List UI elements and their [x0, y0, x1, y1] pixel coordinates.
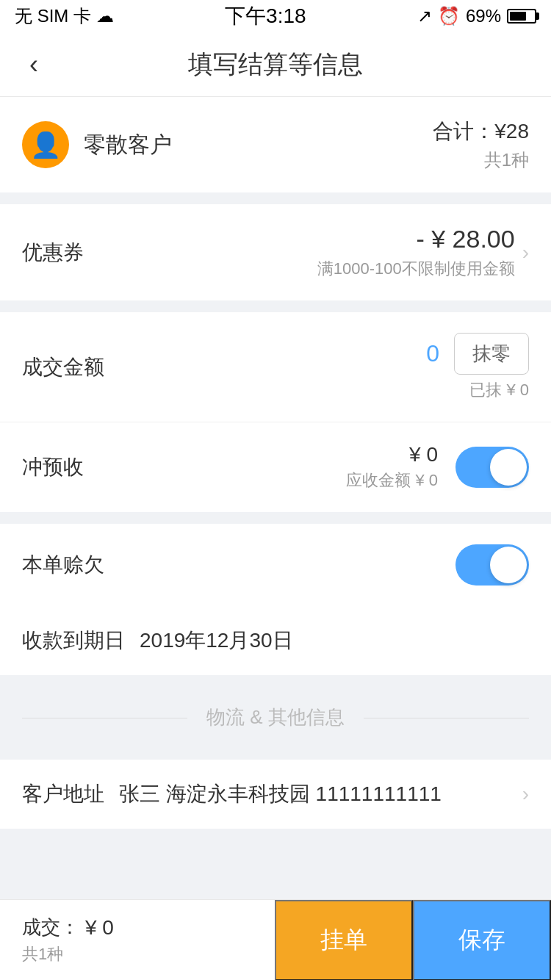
prepay-label: 冲预收 — [22, 453, 84, 481]
debt-toggle[interactable] — [455, 544, 529, 586]
deal-value[interactable]: 0 — [426, 340, 439, 367]
coupon-desc: 满1000-100不限制使用金额 — [317, 258, 515, 280]
coupon-section[interactable]: 优惠券 - ¥ 28.00 满1000-100不限制使用金额 › — [0, 204, 551, 300]
alarm-icon: ⏰ — [438, 6, 460, 26]
address-section[interactable]: 客户地址 张三 海淀永丰科技园 11111111111 › — [0, 760, 551, 829]
coupon-right: - ¥ 28.00 满1000-100不限制使用金额 › — [317, 225, 529, 280]
sim-label: 无 SIM 卡 ☁ — [15, 4, 114, 28]
deal-right: 0 抹零 — [426, 333, 529, 375]
status-right: ↗ ⏰ 69% — [417, 6, 536, 26]
hold-button[interactable]: 挂单 — [275, 900, 413, 981]
battery-percent: 69% — [466, 6, 501, 26]
toggle-thumb-debt — [490, 547, 527, 583]
status-bar: 无 SIM 卡 ☁ 下午3:18 ↗ ⏰ 69% — [0, 0, 551, 32]
bottom-deal-amount: ¥ 0 — [85, 916, 114, 940]
deal-right-block: 0 抹零 已抹 ¥ 0 — [426, 333, 529, 401]
prepay-info: ¥ 0 应收金额 ¥ 0 — [346, 443, 438, 491]
due-date-label: 收款到期日 — [22, 627, 125, 655]
bottom-count: 共1种 — [22, 943, 253, 965]
bottom-deal: 成交： ¥ 0 — [22, 915, 253, 940]
coupon-right-text: - ¥ 28.00 满1000-100不限制使用金额 — [317, 225, 515, 280]
address-label: 客户地址 — [22, 780, 104, 808]
due-date-value: 2019年12月30日 — [140, 627, 293, 655]
divider-label: 物流 & 其他信息 — [0, 687, 551, 748]
customer-name: 零散客户 — [84, 130, 172, 160]
prepay-right: ¥ 0 应收金额 ¥ 0 — [346, 443, 529, 491]
avatar-icon: 👤 — [30, 130, 61, 159]
round-button[interactable]: 抹零 — [454, 333, 529, 375]
avatar: 👤 — [22, 121, 69, 168]
customer-right: 合计：¥28 共1种 — [433, 118, 529, 172]
nav-bar: ‹ 填写结算等信息 — [0, 32, 551, 97]
gps-icon: ↗ — [417, 6, 432, 26]
back-button[interactable]: ‹ — [22, 42, 46, 87]
deal-left-block: 成交金额 — [22, 353, 104, 381]
coupon-label: 优惠券 — [22, 239, 84, 267]
save-button[interactable]: 保存 — [413, 900, 551, 981]
bottom-deal-label: 成交： — [22, 915, 79, 940]
debt-section: 本单赊欠 — [0, 524, 551, 606]
deal-sub: 已抹 ¥ 0 — [469, 379, 529, 401]
deal-amount-row: 成交金额 0 抹零 已抹 ¥ 0 — [0, 312, 551, 422]
prepay-row: 冲预收 ¥ 0 应收金额 ¥ 0 — [0, 422, 551, 512]
debt-row: 本单赊欠 — [0, 524, 551, 606]
customer-left: 👤 零散客户 — [22, 121, 172, 168]
battery-fill — [510, 12, 526, 21]
page-title: 填写结算等信息 — [188, 48, 363, 82]
address-value: 张三 海淀永丰科技园 11111111111 — [119, 780, 515, 808]
battery-icon — [507, 9, 536, 24]
status-time: 下午3:18 — [225, 2, 306, 30]
bottom-bar: 成交： ¥ 0 共1种 挂单 保存 — [0, 899, 551, 980]
prepay-amount: ¥ 0 — [346, 443, 438, 466]
address-row[interactable]: 客户地址 张三 海淀永丰科技园 11111111111 › — [0, 760, 551, 829]
deal-prepay-section: 成交金额 0 抹零 已抹 ¥ 0 冲预收 ¥ 0 应收金额 ¥ 0 — [0, 312, 551, 512]
coupon-row[interactable]: 优惠券 - ¥ 28.00 满1000-100不限制使用金额 › — [0, 204, 551, 300]
customer-total: 合计：¥28 — [433, 118, 529, 145]
debt-label: 本单赊欠 — [22, 551, 104, 579]
toggle-thumb — [490, 449, 527, 486]
customer-section: 👤 零散客户 合计：¥28 共1种 — [0, 97, 551, 192]
coupon-amount: - ¥ 28.00 — [317, 225, 515, 253]
due-date-section: 收款到期日 2019年12月30日 — [0, 606, 551, 675]
deal-label: 成交金额 — [22, 353, 104, 381]
prepay-toggle[interactable] — [455, 447, 529, 488]
chevron-right-icon: › — [522, 241, 529, 264]
prepay-sub: 应收金额 ¥ 0 — [346, 469, 438, 491]
divider-section: 物流 & 其他信息 — [0, 687, 551, 748]
customer-count: 共1种 — [433, 148, 529, 172]
address-chevron-icon: › — [522, 782, 529, 806]
bottom-left: 成交： ¥ 0 共1种 — [0, 915, 275, 965]
status-left: 无 SIM 卡 ☁ — [15, 4, 114, 28]
